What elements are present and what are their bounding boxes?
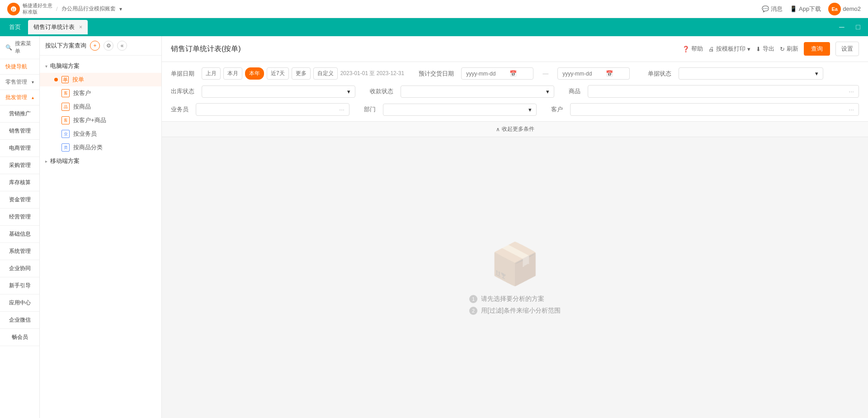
sidebar-item-wholesale[interactable]: 批发管理 ▴ [0,90,39,105]
customer-select[interactable]: ··· [570,103,859,116]
date-btn-this-year[interactable]: 本年 [245,67,264,80]
sidebar-item-enterprise[interactable]: 企业协同 [0,260,39,277]
content-area: 按以下方案查询 + ⚙ « ▾ 电脑端方案 单 按单 [40,36,868,418]
tab-maximize-btn[interactable]: □ [852,21,864,33]
product-select[interactable]: ··· [588,85,859,98]
help-btn[interactable]: ❓ 帮助 [682,45,703,53]
customer-dots-icon[interactable]: ··· [849,106,854,113]
date-btn-7days[interactable]: 近7天 [267,67,289,80]
sidebar-item-purchase[interactable]: 采购管理 [0,157,39,174]
sidebar-item-operations[interactable]: 经营管理 [0,209,39,226]
product-dots-icon[interactable]: ··· [849,88,854,95]
plan-item-by-product[interactable]: 品 按商品 [40,100,161,114]
collapse-bar[interactable]: ∧ 收起更多条件 [162,121,868,137]
sidebar-item-apps[interactable]: 应用中心 [0,294,39,312]
logo-icon: 好 [7,3,20,15]
print-btn[interactable]: 🖨 按模板打印 ▾ [708,45,750,53]
export-icon: ⬇ [756,46,761,52]
department-arrow-icon: ▾ [528,106,532,113]
tab-close-btn[interactable]: × [79,24,82,30]
expected-date-label: 预计交货日期 [419,70,454,78]
top-bar: 好 畅捷通好生意 标准版 / 办公用品行业模拟账套 ▾ 💬 消息 📱 App下载… [0,0,868,18]
sidebar-item-wechat[interactable]: 企业微信 [0,312,39,329]
plan-section-mobile-header[interactable]: ▸ 移动端方案 [40,154,161,168]
user-menu[interactable]: Ea demo2 [828,3,861,15]
date-dash: — [542,70,548,77]
left-panel-header: 按以下方案查询 + ⚙ « [40,36,161,56]
plan-item-by-customer[interactable]: 客 按客户 [40,86,161,100]
ship-status-select[interactable]: ▾ [202,86,355,98]
breadcrumb-dropdown-btn[interactable]: ▾ [119,6,122,12]
salesman-label: 业务员 [171,105,189,114]
expected-date-end-input[interactable] [562,71,603,77]
department-label: 部门 [364,105,376,114]
main-title-row: 销售订单统计表(按单) ❓ 帮助 🖨 按模板打印 ▾ ⬇ [171,42,859,56]
header-actions: ❓ 帮助 🖨 按模板打印 ▾ ⬇ 导出 ↻ [682,42,859,56]
search-btn[interactable]: 查询 [804,42,830,56]
tab-home[interactable]: 首页 [4,20,26,34]
empty-state: 📦 1 请先选择要分析的方案 2 用[过滤]条件来缩小分析范围 [162,137,868,418]
status-select-arrow-icon: ▾ [815,70,818,77]
product-label: 商品 [569,87,580,95]
add-plan-btn[interactable]: + [90,41,100,51]
plan-section-pc-header[interactable]: ▾ 电脑端方案 [40,59,161,73]
filter-area: 单据日期 上月 本月 本年 近7天 更多 自定义 2023-01-01 至 20… [162,62,868,121]
sidebar-item-basic[interactable]: 基础信息 [0,226,39,243]
plan-item-by-category-icon: 类 [61,143,70,152]
expected-date-start[interactable]: 📅 [461,67,533,80]
plan-item-by-salesman[interactable]: 业 按业务员 [40,127,161,141]
sidebar-item-member[interactable]: 畅会员 [0,329,39,346]
ship-status-arrow-icon: ▾ [347,88,350,95]
tab-sales-stats[interactable]: 销售订单统计表 × [28,20,88,34]
plan-section-pc: ▾ 电脑端方案 单 按单 客 按客户 品 [40,59,161,154]
help-icon: ❓ [682,46,689,52]
app-download-icon: 📱 [790,5,797,12]
logo-area: 好 畅捷通好生意 标准版 [7,3,52,15]
payment-status-select[interactable]: ▾ [401,86,554,98]
plan-item-by-order[interactable]: 单 按单 [40,73,161,86]
sidebar-item-finance[interactable]: 资金管理 [0,191,39,209]
date-btn-last-month[interactable]: 上月 [202,67,221,80]
calendar-icon: 📅 [509,70,517,77]
plan-item-by-category[interactable]: 类 按商品分类 [40,141,161,154]
main-panel: 销售订单统计表(按单) ❓ 帮助 🖨 按模板打印 ▾ ⬇ [162,36,868,418]
date-btn-custom[interactable]: 自定义 [313,67,338,80]
date-btn-this-month[interactable]: 本月 [223,67,242,80]
sidebar-quick-nav[interactable]: 快捷导航 [0,59,39,75]
refresh-btn[interactable]: ↻ 刷新 [780,45,798,53]
tab-minimize-btn[interactable]: ─ [835,21,848,33]
sidebar-item-sales[interactable]: 销售管理 [0,123,39,140]
tab-bar: 首页 销售订单统计表 × ─ □ [0,18,868,36]
sidebar-item-marketing[interactable]: 营销推广 [0,105,39,123]
sidebar-search[interactable]: 🔍 搜索菜单 [0,36,39,59]
breadcrumb-sep: / [56,5,58,12]
sidebar-item-ecommerce[interactable]: 电商管理 [0,140,39,157]
settings-plan-btn[interactable]: ⚙ [104,41,113,51]
logo-text: 畅捷通好生意 标准版 [23,3,52,14]
svg-text:好: 好 [12,8,15,12]
message-btn[interactable]: 💬 消息 [762,5,783,13]
page-title: 销售订单统计表(按单) [171,44,241,54]
sidebar-item-system[interactable]: 系统管理 [0,243,39,260]
mobile-section-title: 移动端方案 [50,157,80,165]
payment-status-label: 收款状态 [370,87,393,95]
salesman-dots-icon[interactable]: ··· [339,106,344,113]
pc-section-title: 电脑端方案 [50,62,80,70]
sidebar: 🔍 搜索菜单 快捷导航 零售管理 ▾ 批发管理 ▴ 营销推广 销售管理 电商管理… [0,36,40,418]
sidebar-item-retail[interactable]: 零售管理 ▾ [0,75,39,90]
status-select[interactable]: ▾ [679,67,823,80]
expected-date-end[interactable]: 📅 [557,67,630,80]
expected-date-start-input[interactable] [466,71,507,77]
date-btn-more[interactable]: 更多 [292,67,311,80]
app-download-btn[interactable]: 📱 App下载 [790,5,821,13]
department-select[interactable]: ▾ [383,104,537,116]
plan-item-by-cust-prod[interactable]: 客 按客户+商品 [40,114,161,127]
customer-label: 客户 [551,105,563,114]
sidebar-item-newbie[interactable]: 新手引导 [0,277,39,294]
sidebar-item-inventory[interactable]: 库存核算 [0,174,39,191]
breadcrumb-label: 办公用品行业模拟账套 [61,5,116,13]
export-btn[interactable]: ⬇ 导出 [756,45,774,53]
settings-btn[interactable]: 设置 [835,42,859,56]
salesman-select[interactable]: ··· [196,103,349,116]
collapse-plan-btn[interactable]: « [117,41,127,51]
